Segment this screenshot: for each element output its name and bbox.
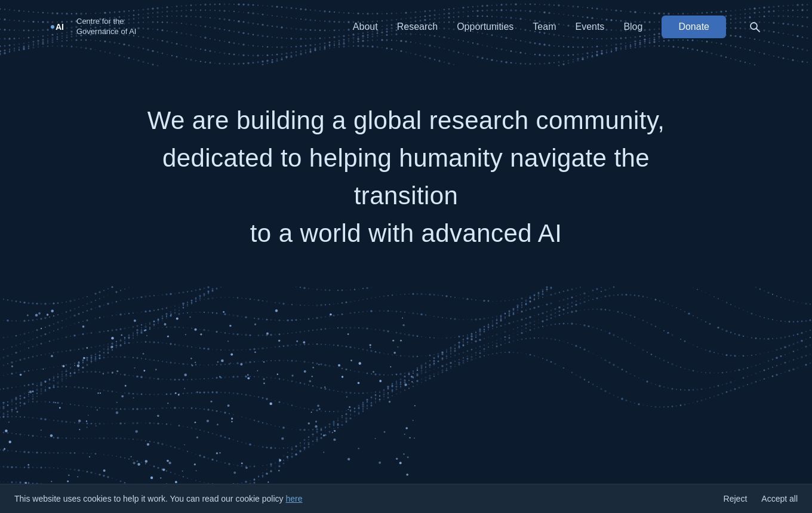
logo[interactable]: AI Centre for the Governance of AI bbox=[48, 16, 136, 38]
search-button[interactable] bbox=[745, 17, 764, 36]
logo-icon: AI bbox=[48, 16, 69, 38]
search-icon bbox=[749, 21, 761, 33]
svg-point-0 bbox=[51, 25, 54, 29]
cookie-policy-link[interactable]: here bbox=[285, 494, 302, 503]
logo-text: Centre for the Governance of AI bbox=[76, 17, 136, 37]
main-nav: About Research Opportunities Team Events… bbox=[353, 16, 764, 38]
bottom-wave bbox=[0, 286, 812, 513]
accept-button[interactable]: Accept all bbox=[761, 494, 798, 503]
nav-blog[interactable]: Blog bbox=[623, 21, 642, 32]
nav-research[interactable]: Research bbox=[397, 21, 438, 32]
nav-events[interactable]: Events bbox=[575, 21, 604, 32]
reject-button[interactable]: Reject bbox=[724, 494, 748, 503]
cookie-actions: Reject Accept all bbox=[724, 494, 798, 503]
cookie-banner: This website uses cookies to help it wor… bbox=[0, 484, 812, 513]
header: AI Centre for the Governance of AI About… bbox=[0, 0, 812, 54]
nav-opportunities[interactable]: Opportunities bbox=[457, 21, 513, 32]
svg-text:AI: AI bbox=[56, 22, 64, 32]
nav-about[interactable]: About bbox=[353, 21, 378, 32]
hero-section: We are building a global research commun… bbox=[0, 54, 812, 288]
donate-button[interactable]: Donate bbox=[662, 16, 726, 38]
svg-line-3 bbox=[756, 29, 760, 32]
hero-headline: We are building a global research commun… bbox=[137, 102, 675, 252]
nav-team[interactable]: Team bbox=[533, 21, 556, 32]
cookie-message: This website uses cookies to help it wor… bbox=[14, 494, 303, 503]
